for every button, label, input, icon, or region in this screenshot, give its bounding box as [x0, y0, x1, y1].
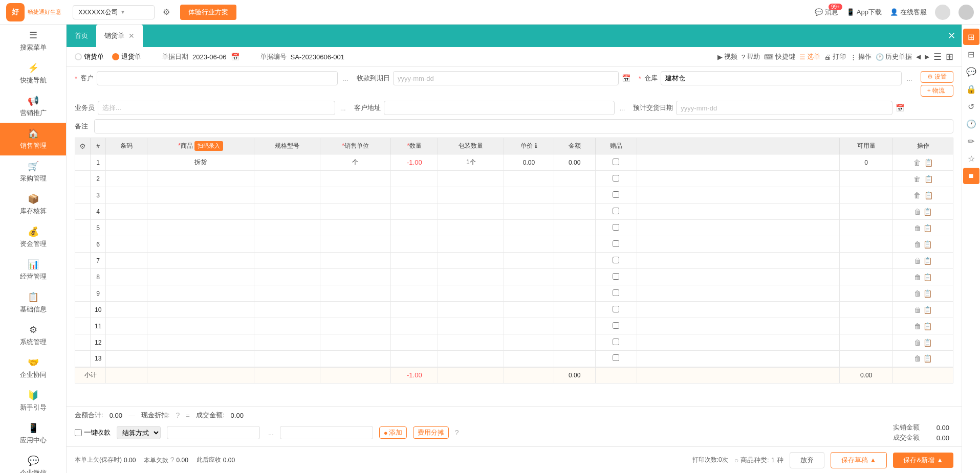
row-barcode-cell[interactable]	[106, 187, 147, 204]
right-panel-edit-icon[interactable]: ✏	[963, 133, 979, 149]
delete-row-icon[interactable]: 🗑	[914, 339, 921, 347]
toolbar-nav-prev[interactable]: ◀	[916, 53, 921, 60]
sidebar-item-wechat[interactable]: 💬 企业微信	[0, 450, 66, 473]
copy-row-icon[interactable]: 📋	[923, 257, 932, 265]
row-barcode-cell[interactable]	[106, 154, 147, 171]
right-panel-refresh-icon[interactable]: ↺	[963, 98, 979, 115]
row-price-cell[interactable]	[504, 171, 554, 187]
amount-input[interactable]	[280, 426, 373, 439]
product-type-radio-icon[interactable]: ○	[734, 456, 738, 464]
sidebar-item-inventory[interactable]: 📦 库存核算	[0, 188, 66, 221]
row-amount-cell[interactable]: 0.00	[554, 154, 595, 171]
customer-input[interactable]	[97, 71, 338, 85]
copy-row-icon[interactable]: 📋	[924, 175, 933, 183]
customer-address-input[interactable]	[384, 101, 615, 115]
th-settings[interactable]: ⚙	[75, 138, 91, 154]
short-help-icon[interactable]: ?	[170, 456, 175, 464]
toolbar-select[interactable]: ☰ 选单	[799, 52, 820, 61]
sidebar-item-operations[interactable]: 📊 经营管理	[0, 254, 66, 286]
copy-row-icon[interactable]: 📋	[923, 224, 932, 232]
copy-row-icon[interactable]: 📋	[923, 322, 932, 330]
row-product-cell[interactable]	[147, 171, 254, 187]
row-gift-cell[interactable]	[595, 187, 637, 204]
row-price-cell[interactable]	[504, 187, 554, 204]
add-button[interactable]: ● 添加	[379, 426, 407, 439]
one-key-pay-checkbox[interactable]	[75, 429, 82, 436]
gift-checkbox[interactable]	[613, 306, 619, 312]
cash-discount-help-icon[interactable]: ?	[176, 411, 180, 419]
row-unit-cell[interactable]: 个	[320, 154, 391, 171]
toolbar-list-view[interactable]: ☰	[933, 51, 942, 62]
table-settings-icon[interactable]: ⚙	[79, 142, 86, 150]
tab-bar-close-icon[interactable]: ✕	[948, 30, 955, 41]
right-panel-star-icon[interactable]: ☆	[963, 150, 979, 167]
row-unit-cell[interactable]	[320, 171, 391, 187]
delete-row-icon[interactable]: 🗑	[914, 257, 921, 265]
account-more-icon[interactable]: ...	[268, 429, 274, 437]
sidebar-item-marketing[interactable]: 📢 营销推广	[0, 90, 66, 123]
account-input[interactable]	[167, 426, 260, 439]
online-service-button[interactable]: 👤 在线客服	[890, 8, 927, 17]
delete-row-icon[interactable]: 🗑	[914, 289, 921, 298]
toolbar-grid-view[interactable]: ⊞	[946, 51, 953, 62]
right-panel-orange-icon[interactable]: ■	[963, 168, 979, 184]
company-selector[interactable]: XXXXXX公司 ▼	[73, 5, 155, 19]
row-price-cell[interactable]: 0.00	[504, 154, 554, 171]
toolbar-video[interactable]: ▶ 视频	[717, 52, 737, 61]
customer-more-icon[interactable]: ...	[343, 75, 349, 82]
sidebar-item-quick-nav[interactable]: ⚡ 快捷导航	[0, 57, 66, 90]
copy-row-icon[interactable]: 📋	[923, 306, 932, 314]
date-calendar-icon[interactable]: 📅	[231, 53, 239, 61]
sidebar-item-sales[interactable]: 🏠 销售管理	[0, 123, 66, 155]
scan-button[interactable]: 扫码录入	[194, 141, 223, 151]
expense-help-icon[interactable]: ?	[455, 429, 459, 437]
copy-row-icon[interactable]: 📋	[923, 354, 932, 363]
delete-row-icon[interactable]: 🗑	[914, 240, 921, 249]
sidebar-item-system[interactable]: ⚙ 系统管理	[0, 319, 66, 352]
toolbar-print[interactable]: 🖨 打印	[824, 52, 846, 61]
sidebar-item-app-center[interactable]: 📱 应用中心	[0, 417, 66, 450]
app-download-button[interactable]: 📱 App下载	[846, 8, 882, 17]
row-pack-qty-cell[interactable]	[438, 187, 504, 204]
row-product-cell[interactable]: 拆货	[147, 154, 254, 171]
customer-address-more-icon[interactable]: ...	[620, 104, 625, 112]
delete-row-icon[interactable]: 🗑	[913, 175, 921, 183]
gift-checkbox[interactable]	[613, 191, 619, 198]
copy-row-icon[interactable]: 📋	[923, 289, 932, 298]
tab-sales-order[interactable]: 销货单 ✕	[96, 25, 143, 47]
avatar-extra[interactable]	[959, 5, 974, 20]
copy-row-icon[interactable]: 📋	[923, 273, 932, 281]
remark-input[interactable]	[94, 119, 953, 133]
sidebar-item-purchase[interactable]: 🛒 采购管理	[0, 155, 66, 188]
row-amount-cell[interactable]	[554, 187, 595, 204]
row-spec-cell[interactable]	[254, 187, 320, 204]
payment-method-select[interactable]: 结算方式	[117, 426, 161, 439]
row-qty-cell[interactable]	[391, 187, 438, 204]
delete-row-icon[interactable]: 🗑	[914, 306, 921, 314]
tab-home[interactable]: 首页	[67, 25, 96, 47]
gift-checkbox[interactable]	[613, 289, 619, 296]
right-panel-chat-icon[interactable]: 💬	[963, 63, 979, 80]
sidebar-item-finance[interactable]: 💰 资金管理	[0, 221, 66, 254]
gift-checkbox[interactable]	[613, 240, 619, 247]
row-gift-cell[interactable]	[595, 171, 637, 187]
copy-row-icon[interactable]: 📋	[923, 339, 932, 347]
gift-checkbox[interactable]	[613, 257, 619, 263]
copy-row-icon[interactable]: 📋	[924, 191, 933, 199]
row-spec-cell[interactable]	[254, 171, 320, 187]
delete-row-icon[interactable]: 🗑	[914, 354, 921, 363]
row-unit-cell[interactable]	[320, 187, 391, 204]
copy-row-icon[interactable]: 📋	[923, 240, 932, 249]
warehouse-more-icon[interactable]: ...	[907, 75, 912, 82]
row-gift-cell[interactable]	[595, 154, 637, 171]
return-order-radio[interactable]: 退货单	[112, 52, 141, 61]
logistics-button[interactable]: + 物流	[921, 85, 953, 97]
delete-row-icon[interactable]: 🗑	[914, 273, 921, 281]
tab-close-icon[interactable]: ✕	[128, 32, 135, 40]
gift-checkbox[interactable]	[613, 159, 619, 165]
salesperson-input[interactable]: 选择...	[98, 101, 335, 115]
save-new-button[interactable]: 保存&新增 ▲	[893, 453, 953, 468]
delete-row-icon[interactable]: 🗑	[913, 159, 921, 167]
row-barcode-cell[interactable]	[106, 171, 147, 187]
toolbar-history[interactable]: 🕐 历史单据	[876, 52, 912, 61]
